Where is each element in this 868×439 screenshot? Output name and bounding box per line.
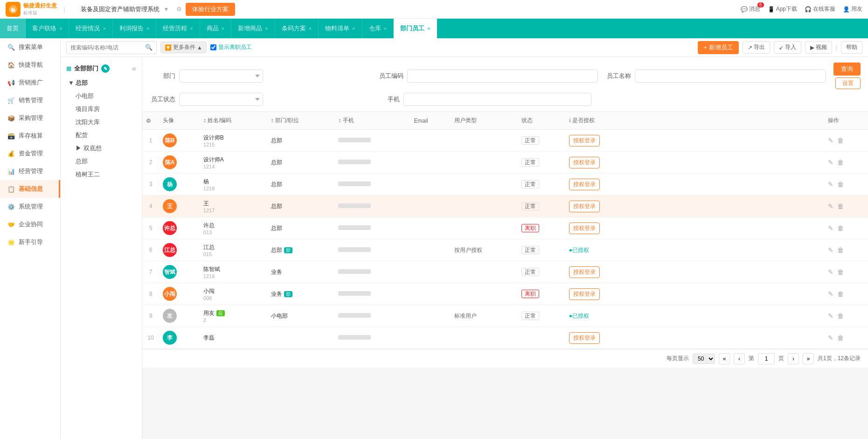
delete-btn[interactable]: 🗑 bbox=[837, 268, 844, 276]
sidebar-item-purchase[interactable]: 📦 采购管理 bbox=[0, 109, 60, 127]
close-icon[interactable]: × bbox=[427, 26, 430, 31]
sidebar-item-basic-info[interactable]: 📋 基础信息 bbox=[0, 180, 60, 198]
sidebar-item-nav[interactable]: 🏠 快捷导航 bbox=[0, 56, 60, 74]
delete-btn[interactable]: 🗑 bbox=[837, 202, 844, 210]
close-icon[interactable]: × bbox=[352, 26, 355, 31]
delete-btn[interactable]: 🗑 bbox=[837, 290, 844, 298]
grant-btn[interactable]: 授权登录 bbox=[569, 135, 600, 146]
show-resigned-checkbox[interactable]: 显示离职员工 bbox=[210, 43, 252, 51]
edit-btn[interactable]: ✎ bbox=[828, 334, 833, 341]
tab-dept-staff[interactable]: 部门员工 × bbox=[394, 19, 437, 38]
close-icon[interactable]: × bbox=[309, 26, 312, 31]
dept-node-zhushu[interactable]: 植树王二 bbox=[62, 168, 140, 181]
help-btn[interactable]: 帮助 bbox=[841, 41, 862, 54]
sidebar-item-inventory[interactable]: 🗃️ 库存核算 bbox=[0, 127, 60, 145]
settings-btn[interactable]: 设置 bbox=[835, 77, 861, 89]
sidebar-item-marketing[interactable]: 📢 营销推广 bbox=[0, 74, 60, 91]
last-page-btn[interactable]: » bbox=[803, 353, 814, 364]
close-icon[interactable]: × bbox=[222, 26, 224, 31]
close-icon[interactable]: × bbox=[146, 26, 149, 31]
online-service-btn[interactable]: 🎧 在线客服 bbox=[805, 5, 835, 13]
filter-emp-name-input[interactable] bbox=[635, 70, 826, 83]
tab-bom[interactable]: 物料清单 × bbox=[319, 19, 362, 38]
delete-btn[interactable]: 🗑 bbox=[837, 334, 844, 341]
delete-btn[interactable]: 🗑 bbox=[837, 312, 844, 320]
prev-page-btn[interactable]: ‹ bbox=[734, 353, 745, 364]
export-btn[interactable]: ↗ 导出 bbox=[743, 41, 770, 54]
import-btn[interactable]: ↙ 导入 bbox=[774, 41, 801, 54]
tab-customer[interactable]: 客户联络 × bbox=[26, 19, 69, 38]
collapse-btn[interactable]: « bbox=[132, 64, 136, 73]
tab-home[interactable]: 首页 bbox=[0, 19, 26, 38]
view-btn[interactable]: ▶ 视频 bbox=[805, 41, 832, 54]
close-icon[interactable]: × bbox=[384, 26, 387, 31]
first-page-btn[interactable]: « bbox=[719, 353, 730, 364]
filter-emp-code-input[interactable] bbox=[407, 70, 598, 83]
edit-btn[interactable]: ✎ bbox=[828, 312, 833, 320]
sidebar-item-finance[interactable]: 💰 资金管理 bbox=[0, 145, 60, 162]
dept-node-small-elec[interactable]: 小电部 bbox=[62, 90, 140, 103]
edit-btn[interactable]: ✎ bbox=[828, 181, 833, 188]
delete-btn[interactable]: 🗑 bbox=[837, 181, 844, 188]
more-conditions-btn[interactable]: 🔽 更多条件 ▲ bbox=[160, 42, 207, 53]
grant-btn[interactable]: 授权登录 bbox=[569, 288, 600, 300]
user-btn[interactable]: 👤 用友 bbox=[843, 5, 862, 13]
col-phone[interactable]: ↕ 手机 bbox=[334, 112, 410, 130]
sidebar-item-guide[interactable]: 🌟 新手引导 bbox=[0, 233, 60, 251]
experience-btn[interactable]: 体验行业方案 bbox=[186, 3, 235, 16]
grant-btn[interactable]: 授权登录 bbox=[569, 157, 600, 168]
app-download-btn[interactable]: 📱 App下载 bbox=[768, 5, 797, 13]
filter-dept-select[interactable] bbox=[179, 70, 263, 83]
tab-add-goods[interactable]: 新增商品 × bbox=[231, 19, 275, 38]
system-dropdown-icon[interactable]: ▼ bbox=[163, 6, 169, 13]
edit-btn[interactable]: ✎ bbox=[828, 268, 833, 276]
add-dept-icon[interactable]: ✎ bbox=[101, 64, 110, 73]
close-icon[interactable]: × bbox=[59, 26, 62, 31]
sidebar-item-collab[interactable]: 🤝 企业协同 bbox=[0, 216, 60, 233]
sidebar-item-sales[interactable]: 🛒 销售管理 bbox=[0, 91, 60, 109]
delete-btn[interactable]: 🗑 bbox=[837, 137, 844, 144]
sidebar-item-system[interactable]: ⚙️ 系统管理 bbox=[0, 198, 60, 216]
edit-btn[interactable]: ✎ bbox=[828, 290, 833, 298]
filter-status-select[interactable] bbox=[179, 93, 263, 106]
close-icon[interactable]: × bbox=[265, 26, 268, 31]
grant-btn[interactable]: 授权登录 bbox=[569, 179, 600, 190]
col-settings[interactable]: ⚙ bbox=[142, 112, 159, 130]
tab-history[interactable]: 经营历程 × bbox=[156, 19, 200, 38]
sidebar-item-management[interactable]: 📊 经营管理 bbox=[0, 162, 60, 180]
search-btn[interactable]: 查询 bbox=[833, 63, 861, 76]
tab-warehouse[interactable]: 仓库 × bbox=[362, 19, 394, 38]
delete-btn[interactable]: 🗑 bbox=[837, 246, 844, 254]
add-employee-btn[interactable]: + 新增员工 bbox=[698, 41, 738, 54]
dept-node-double[interactable]: ▶ 双底想 bbox=[62, 142, 140, 155]
search-input[interactable] bbox=[70, 44, 145, 51]
delete-btn[interactable]: 🗑 bbox=[837, 159, 844, 166]
dept-node-general[interactable]: ▼ 总部 bbox=[62, 77, 140, 90]
delete-btn[interactable]: 🗑 bbox=[837, 224, 844, 232]
page-input[interactable] bbox=[758, 353, 775, 364]
dept-node-distribution[interactable]: 配货 bbox=[62, 129, 140, 142]
sidebar-item-search[interactable]: 🔍 搜索菜单 bbox=[0, 38, 60, 56]
tab-profit[interactable]: 利润报告 × bbox=[113, 19, 156, 38]
tab-goods[interactable]: 商品 × bbox=[200, 19, 231, 38]
next-page-btn[interactable]: › bbox=[788, 353, 799, 364]
edit-btn[interactable]: ✎ bbox=[828, 137, 833, 144]
settings-icon[interactable]: ⚙ bbox=[176, 6, 182, 13]
col-name[interactable]: ↕ 姓名/编码 bbox=[200, 112, 267, 130]
dept-node-project[interactable]: 项目库房 bbox=[62, 103, 140, 116]
search-btn[interactable]: 🔍 bbox=[145, 44, 153, 51]
close-icon[interactable]: × bbox=[103, 26, 105, 31]
edit-btn[interactable]: ✎ bbox=[828, 159, 833, 166]
edit-btn[interactable]: ✎ bbox=[828, 202, 833, 210]
grant-btn[interactable]: 授权登录 bbox=[569, 223, 600, 234]
dept-node-shenyang[interactable]: 沈阳大库 bbox=[62, 116, 140, 129]
edit-btn[interactable]: ✎ bbox=[828, 224, 833, 232]
grant-btn[interactable]: 授权登录 bbox=[569, 201, 600, 212]
per-page-select[interactable]: 50 bbox=[693, 354, 715, 364]
tab-barcode[interactable]: 条码方案 × bbox=[275, 19, 319, 38]
message-btn[interactable]: 💬 消息 6 bbox=[741, 5, 760, 13]
col-dept[interactable]: ↕ 部门/职位 bbox=[267, 112, 335, 130]
dept-node-headquarters[interactable]: 总部 bbox=[62, 155, 140, 168]
grant-btn[interactable]: 授权登录 bbox=[569, 266, 600, 278]
tab-operation[interactable]: 经营情况 × bbox=[69, 19, 112, 38]
